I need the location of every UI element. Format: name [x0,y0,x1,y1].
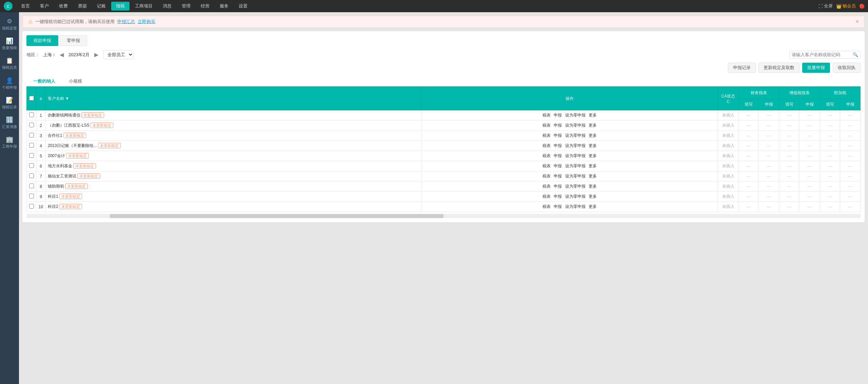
row-op-0-3[interactable]: 更多 [588,113,598,118]
row-op-2-2[interactable]: 设为零申报 [564,133,587,138]
row-checkbox-0[interactable] [29,112,34,117]
row-op-5-1[interactable]: 申报 [553,164,563,168]
row-op-6-1[interactable]: 申报 [553,174,563,178]
row-checkbox-7[interactable] [29,184,34,188]
sidebar-item-batch-tax[interactable]: 📊 批量报税 [0,35,19,53]
member-button[interactable]: 👑 畅会员 [836,3,856,9]
row-op-0-2[interactable]: 设为零申报 [564,113,587,118]
row-finance-submit-6: — [759,171,779,182]
nav-account[interactable]: 记账 [92,2,111,10]
row-checkbox-2[interactable] [29,133,34,137]
sidebar-item-annual-report[interactable]: 🏢 工商年报 [0,133,19,151]
nav-operation[interactable]: 经营 [196,2,214,10]
row-op-4-2[interactable]: 设为零申报 [564,153,587,158]
notice-close-button[interactable]: × [856,19,859,25]
row-op-9-3[interactable]: 更多 [588,204,598,209]
update-tax-button[interactable]: 更新税定及取数 [758,63,800,73]
nav-manage[interactable]: 管理 [177,2,195,10]
horizontal-scrollbar[interactable] [26,214,861,218]
row-op-1-3[interactable]: 更多 [588,123,598,128]
notice-link-summary[interactable]: 申报汇总 [117,19,135,25]
row-op-1-2[interactable]: 设为零申报 [564,123,587,128]
row-checkbox-9[interactable] [29,204,34,209]
nav-tax[interactable]: 报税 [111,2,130,10]
row-op-7-1[interactable]: 申报 [553,184,563,189]
row-tag-2: 未更新核定 [63,133,86,138]
row-op-4-1[interactable]: 申报 [553,153,563,158]
row-op-3-1[interactable]: 申报 [553,143,563,148]
row-op-6-3[interactable]: 更多 [588,174,598,178]
select-all-checkbox[interactable] [29,96,34,101]
row-op-2-1[interactable]: 申报 [553,133,563,138]
declaration-record-button[interactable]: 申报记录 [728,63,756,73]
row-op-9-0[interactable]: 税表 [541,204,552,209]
staff-select[interactable]: 全部员工 [103,50,134,59]
sidebar-item-tax-settings[interactable]: ⚙ 报税设置 [0,15,19,33]
row-op-7-0[interactable]: 税表 [541,184,552,189]
row-op-3-0[interactable]: 税表 [541,143,552,148]
row-op-5-3[interactable]: 更多 [588,164,598,168]
nav-invoice[interactable]: 票据 [73,2,92,10]
sidebar-item-tax-overview[interactable]: 📋 报税总览 [0,54,19,72]
row-op-9-1[interactable]: 申报 [553,204,563,209]
row-op-1-0[interactable]: 税表 [541,123,552,128]
row-checkbox-1[interactable] [29,123,34,127]
sidebar-item-personal-tax[interactable]: 👤 个税申报 [0,74,19,92]
notice-link-buy[interactable]: 立即购买 [138,19,155,25]
row-op-8-1[interactable]: 申报 [553,194,563,199]
tab-zero-declaration[interactable]: 零申报 [60,35,87,46]
search-input[interactable] [792,52,853,57]
row-op-8-0[interactable]: 税表 [541,194,552,199]
nav-business[interactable]: 工商项目 [130,2,157,10]
info-icon[interactable]: ℹ [53,52,55,57]
row-op-4-0[interactable]: 税表 [541,153,552,158]
tab-small-scale[interactable]: 小规模 [62,76,89,87]
logo-icon[interactable]: C [3,1,13,11]
nav-client[interactable]: 客户 [35,2,54,10]
nav-service[interactable]: 服务 [215,2,233,10]
row-checkbox-5[interactable] [29,163,34,168]
batch-declare-button[interactable]: 批量申报 [802,63,830,73]
nav-home[interactable]: 首页 [16,2,35,10]
row-op-0-1[interactable]: 申报 [553,113,563,118]
row-checkbox-3[interactable] [29,143,34,148]
notice-text: 一键报税功能已过试用期，请购买后使用 [35,19,115,25]
th-operation: 操作 [421,87,718,110]
row-ca-4: 未插入 [718,151,738,161]
row-checkbox-8[interactable] [29,194,34,198]
sidebar-item-settlement[interactable]: 🔢 汇算清缴 [0,113,19,132]
row-op-5-2[interactable]: 设为零申报 [564,164,587,168]
row-op-6-0[interactable]: 税表 [541,174,552,178]
row-op-8-2[interactable]: 设为零申报 [564,194,587,199]
search-icon[interactable]: 🔍 [853,52,858,57]
row-op-1-1[interactable]: 申报 [553,123,563,128]
sidebar-item-tax-record[interactable]: 📝 报税记录 [0,94,19,112]
row-op-6-2[interactable]: 设为零申报 [564,174,587,178]
row-op-7-3[interactable]: 更多 [588,184,598,189]
fullscreen-button[interactable]: ⛶ 全屏 [818,3,833,9]
row-op-3-3[interactable]: 更多 [588,143,598,148]
row-op-0-0[interactable]: 税表 [541,113,552,118]
collect-receipt-button[interactable]: 收取回执 [833,63,861,73]
sidebar-personal-tax-label: 个税申报 [2,85,17,90]
row-op-2-3[interactable]: 更多 [588,133,598,138]
row-op-5-0[interactable]: 税表 [541,164,552,168]
row-op-4-3[interactable]: 更多 [588,153,598,158]
nav-fee[interactable]: 收费 [54,2,73,10]
top-right-area: ⛶ 全屏 👑 畅会员 🔴 [818,3,865,9]
row-op-2-0[interactable]: 税表 [541,133,552,138]
tab-general-taxpayer[interactable]: 一般的纳人 [26,76,62,87]
nav-message[interactable]: 消息 [158,2,176,10]
row-op-3-2[interactable]: 设为零申报 [564,143,587,148]
scrollbar-thumb[interactable] [110,214,443,218]
date-next-button[interactable]: ▶ [93,51,100,59]
row-checkbox-4[interactable] [29,153,34,158]
row-op-9-2[interactable]: 设为零申报 [564,204,587,209]
date-prev-button[interactable]: ◀ [58,51,65,59]
row-op-7-2[interactable]: 设为零申报 [564,184,587,189]
row-checkbox-6[interactable] [29,173,34,178]
row-op-8-3[interactable]: 更多 [588,194,598,199]
tab-tax-declaration[interactable]: 税款申报 [26,35,58,46]
nav-settings[interactable]: 设置 [234,2,252,10]
user-avatar[interactable]: 🔴 [859,4,865,9]
